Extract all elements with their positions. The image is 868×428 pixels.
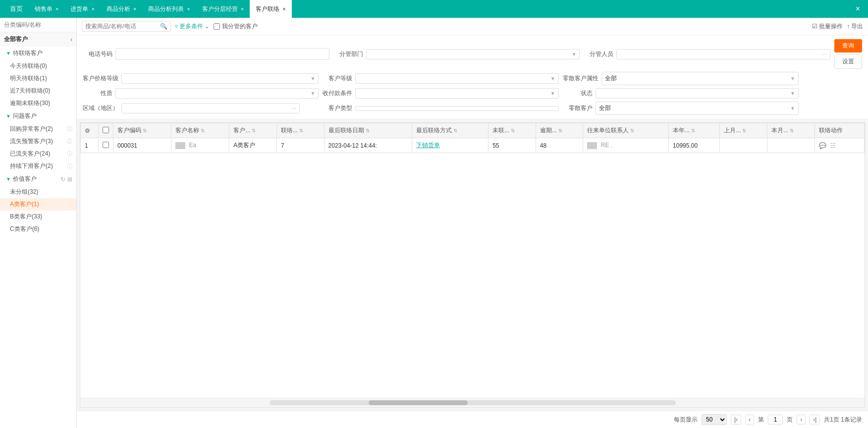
status-select[interactable]: ▼ [596, 88, 799, 99]
th-last-month[interactable]: 上月... ⇅ [720, 123, 767, 138]
sidebar-item-b-class[interactable]: B类客户(33) [0, 211, 76, 223]
nav-home[interactable]: 首页 [4, 4, 29, 13]
nav-tab-customer-contact[interactable]: 客户联络 × [250, 0, 291, 18]
search-input[interactable] [85, 23, 160, 30]
grid-icon[interactable]: ☷ [830, 142, 836, 149]
sidebar-item-c-class[interactable]: C类客户(6) [0, 223, 76, 235]
sidebar-item-today[interactable]: 今天待联络(0) [0, 60, 76, 72]
sidebar-collapse-icon[interactable]: ‹ [70, 36, 72, 43]
code-sort-icon[interactable]: ⇅ [143, 128, 147, 133]
next-page-button[interactable]: › [797, 415, 806, 425]
th-customer-type[interactable]: 客户... ⇅ [229, 123, 277, 138]
page-number-input[interactable] [768, 415, 783, 425]
dept-select[interactable]: ▼ [366, 49, 580, 59]
nav-tab-analysis-list[interactable]: 商品分析列表 × [142, 0, 196, 18]
nav-tab-purchase[interactable]: 进货单 × [64, 0, 100, 18]
date-sort-icon[interactable]: ⇅ [366, 128, 370, 133]
th-unit-contact[interactable]: 往来单位联系人 ⇅ [583, 123, 669, 138]
th-contact-count[interactable]: 联络... ⇅ [276, 123, 324, 138]
my-customers-checkbox[interactable] [214, 23, 220, 30]
close-tab-sales[interactable]: × [55, 6, 58, 12]
nature-select[interactable]: ▼ [115, 88, 319, 99]
th-this-month[interactable]: 本月... ⇅ [767, 123, 815, 138]
sidebar-item-repurchase[interactable]: 回购异常客户(2) ⓘ [0, 123, 76, 135]
last-page-button[interactable]: ›| [810, 415, 820, 425]
th-last-contact-method[interactable]: 最后联络方式 ⇅ [412, 123, 488, 138]
prev-page-button[interactable]: ‹ [745, 415, 754, 425]
scrollbar-thumb[interactable] [369, 400, 468, 405]
more-filters-button[interactable]: ▿ 更多条件 ⌄ [175, 22, 210, 31]
th-settings[interactable]: ⚙ [81, 123, 99, 138]
close-tab-purchase[interactable]: × [91, 6, 94, 12]
problem-customers-group[interactable]: ▼ 问题客户 [0, 109, 76, 123]
search-icon[interactable]: 🔍 [160, 23, 167, 30]
nav-tab-customer-mgmt[interactable]: 客户分层经营 × [196, 0, 250, 18]
table-row: 1 000031 Ea A类客户 7 2023-04-12 14:4 [81, 138, 865, 153]
filter-row-1: 电话号码 分管部门 ▼ 分管人员 ··· [83, 39, 862, 69]
sidebar-item-ungrouped[interactable]: 未分组(32) [0, 186, 76, 198]
row-checkbox[interactable] [103, 142, 109, 148]
close-tab-customer-mgmt[interactable]: × [241, 6, 244, 12]
name-sort-icon[interactable]: ⇅ [201, 128, 205, 133]
value-customers-group[interactable]: ▼ 价值客户 ↻ ⊞ [0, 172, 76, 186]
sidebar-search-input[interactable] [4, 21, 77, 28]
lastmonth-sort-icon[interactable]: ⇅ [742, 128, 746, 133]
th-overdue[interactable]: 逾期... ⇅ [536, 123, 583, 138]
th-name[interactable]: 客户名称 ⇅ [171, 123, 229, 138]
pending-contact-group[interactable]: ▼ 待联络客户 [0, 47, 76, 60]
customer-type-select[interactable] [355, 106, 558, 111]
my-customers-checkbox-area[interactable]: 我分管的客户 [214, 22, 258, 31]
sidebar-item-churn-warning[interactable]: 流失预警客户(3) ⓘ [0, 135, 76, 148]
unitcontact-sort-icon[interactable]: ⇅ [630, 128, 634, 133]
page-size-select[interactable]: 50 100 [702, 414, 727, 425]
batch-op-button[interactable]: ☑ 批量操作 [812, 22, 843, 31]
first-page-button[interactable]: |‹ [731, 415, 741, 425]
sidebar-item-a-class[interactable]: A类客户(1) [0, 198, 76, 211]
customer-level-select[interactable]: ▼ [355, 73, 558, 84]
th-no-contact[interactable]: 未联... ⇅ [488, 123, 536, 138]
method-sort-icon[interactable]: ⇅ [453, 128, 457, 133]
select-all-checkbox[interactable] [103, 127, 109, 133]
person-select[interactable]: ··· [616, 49, 830, 59]
horizontal-scrollbar[interactable] [80, 398, 865, 407]
overdue-sort-icon[interactable]: ⇅ [558, 128, 562, 133]
person-chevron-icon: ··· [823, 52, 827, 57]
thismonth-sort-icon[interactable]: ⇅ [790, 128, 794, 133]
payment-select[interactable]: ▼ [355, 88, 558, 99]
sidebar-item-declining[interactable]: 持续下滑客户(2) ⓘ [0, 160, 76, 172]
phone-input[interactable] [115, 48, 329, 60]
th-last-contact-date[interactable]: 最后联络日期 ⇅ [324, 123, 412, 138]
table-settings-icon[interactable]: ⚙ [85, 127, 90, 134]
th-code[interactable]: 客户编码 ⇅ [113, 123, 171, 138]
refresh-icon[interactable]: ↻ [60, 176, 65, 183]
region-select[interactable]: ··· [121, 103, 300, 113]
close-tab-analysis-list[interactable]: × [187, 6, 190, 12]
sidebar-item-7days[interactable]: 近7天待联络(0) [0, 85, 76, 97]
table-scroll[interactable]: ⚙ 客户编码 ⇅ [80, 123, 865, 398]
nav-tab-sales[interactable]: 销售单 × [29, 0, 64, 18]
settings-button[interactable]: 设置 [834, 54, 862, 69]
nocontact-sort-icon[interactable]: ⇅ [511, 128, 515, 133]
sidebar-item-tomorrow[interactable]: 明天待联络(1) [0, 72, 76, 85]
nav-tab-analysis[interactable]: 商品分析 × [101, 0, 142, 18]
sidebar-item-churned[interactable]: 已流失客户(24) ⓘ [0, 148, 76, 160]
sidebar-item-overdue[interactable]: 逾期未联络(30) [0, 97, 76, 109]
contact-sort-icon[interactable]: ⇅ [299, 128, 303, 133]
chat-icon[interactable]: 💬 [819, 142, 826, 149]
price-level-select[interactable]: ▼ [121, 73, 319, 84]
export-button[interactable]: ↑ 导出 [847, 22, 863, 31]
row-action: 💬 ☷ [814, 138, 864, 153]
year-sort-icon[interactable]: ⇅ [691, 128, 695, 133]
close-tab-analysis[interactable]: × [133, 6, 136, 12]
ctype-sort-icon[interactable]: ⇅ [252, 128, 256, 133]
price-level-chevron: ▼ [310, 76, 315, 81]
customer-type-label: 客户类型 [323, 104, 352, 112]
retail-customer-select[interactable]: 全部 ▼ [596, 102, 799, 115]
contact-method-link[interactable]: 下销货单 [416, 142, 440, 149]
add-icon[interactable]: ⊞ [67, 176, 72, 183]
retail-attr-select[interactable]: 全部 ▼ [601, 72, 799, 85]
close-tab-customer-contact[interactable]: × [282, 6, 285, 12]
query-button[interactable]: 查询 [834, 39, 862, 53]
th-year-amount[interactable]: 本年... ⇅ [669, 123, 720, 138]
close-main-button[interactable]: × [852, 4, 864, 13]
